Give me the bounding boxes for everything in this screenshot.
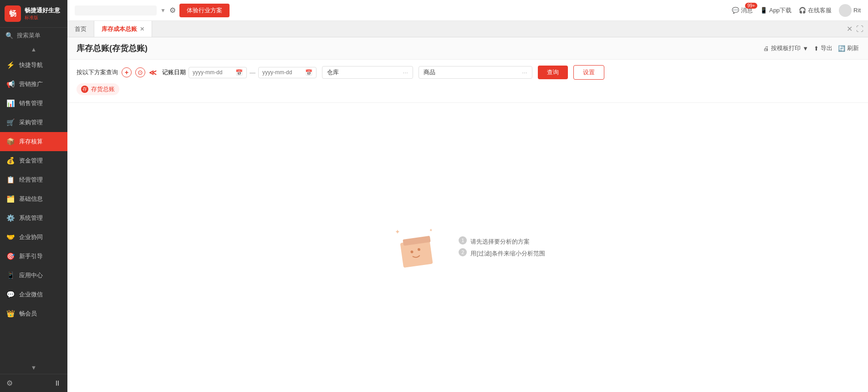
print-template-btn[interactable]: 🖨 按模板打印 ▼	[763, 44, 808, 52]
sidebar-item-basic-info[interactable]: 🗂️ 基础信息	[0, 189, 67, 209]
page-actions: 🖨 按模板打印 ▼ ⬆ 导出 🔄 刷新	[763, 44, 859, 52]
sidebar-item-app-center[interactable]: 📱 应用中心	[0, 266, 67, 285]
search-menu-label: 搜索菜单	[17, 31, 41, 40]
logo-icon: 畅	[5, 5, 21, 22]
search-chevron-icon[interactable]: ▼	[160, 7, 166, 14]
sidebar-item-wechat[interactable]: 💬 企业微信	[0, 285, 67, 304]
tab-home[interactable]: 首页	[67, 21, 94, 37]
warehouse-select[interactable]: 仓库 ···	[322, 66, 413, 79]
warehouse-label: 仓库	[327, 68, 339, 76]
tab-close-icon[interactable]: ✕	[140, 26, 144, 32]
sidebar-item-label: 应用中心	[19, 271, 61, 280]
scheme-row: 存 存货总账	[77, 80, 859, 97]
wechat-icon: 💬	[6, 290, 15, 299]
filter-row-main: 按以下方案查询 + ⊙ ≪ 记账日期 📅 — 📅	[77, 65, 859, 80]
app-download-btn[interactable]: 📱 App下载	[760, 6, 791, 15]
panel-close-icon[interactable]: ✕	[847, 25, 853, 33]
svg-text:✦: ✦	[429, 228, 433, 233]
settings-gear-icon[interactable]: ⚙	[169, 6, 176, 15]
print-chevron-icon: ▼	[802, 45, 808, 52]
app-center-icon: 📱	[6, 271, 15, 280]
search-icon: 🔍	[5, 32, 13, 39]
sidebar-item-label: 新手引导	[19, 252, 61, 260]
app-version: 标准版	[25, 15, 60, 21]
goods-more-icon: ···	[522, 69, 527, 76]
sidebar-item-marketing[interactable]: 📢 营销推广	[0, 75, 67, 94]
sidebar-item-newbie[interactable]: 🎯 新手引导	[0, 247, 67, 266]
operation-icon: 📋	[6, 176, 15, 184]
messages-btn[interactable]: 💬 消息 99+	[732, 6, 753, 15]
scroll-down-btn[interactable]: ▼	[0, 361, 67, 374]
filter-label-group: 按以下方案查询 + ⊙ ≪	[77, 67, 157, 77]
app-logo: 畅 畅捷通好生意 标准版	[0, 0, 67, 28]
scroll-up-btn[interactable]: ▲	[0, 43, 67, 56]
search-menu[interactable]: 🔍 搜索菜单	[0, 28, 67, 43]
basic-info-icon: 🗂️	[6, 195, 15, 203]
sidebar-item-label: 营销推广	[19, 80, 61, 88]
empty-hint-1: 1 请先选择要分析的方案	[459, 236, 545, 248]
sidebar-item-operation[interactable]: 📋 经营管理	[0, 170, 67, 189]
scheme-item-inventory[interactable]: 存 存货总账	[77, 83, 119, 95]
sidebar-item-quick-nav[interactable]: ⚡ 快捷导航	[0, 56, 67, 75]
scheme-icon: 存	[81, 86, 88, 93]
sidebar-item-system[interactable]: ⚙️ 系统管理	[0, 209, 67, 228]
sidebar-item-label: 销售管理	[19, 99, 61, 107]
sidebar-item-label: 经营管理	[19, 176, 61, 184]
global-search[interactable]	[75, 5, 157, 15]
industry-btn[interactable]: 体验行业方案	[179, 4, 230, 17]
system-icon: ⚙️	[6, 214, 15, 222]
sidebar-item-label: 企业协同	[19, 233, 61, 241]
sidebar-item-label: 基础信息	[19, 195, 61, 203]
message-icon: 💬	[732, 7, 739, 14]
finance-icon: 💰	[6, 157, 15, 165]
export-icon: ⬆	[814, 45, 819, 52]
empty-hint-2: 2 用[过滤]条件来缩小分析范围	[459, 248, 545, 260]
query-btn[interactable]: 查询	[538, 66, 568, 79]
filter-clear-btn[interactable]: ⊙	[135, 67, 145, 77]
tab-inventory-cost[interactable]: 库存成本总账 ✕	[94, 21, 152, 37]
top-bar-right: 💬 消息 99+ 📱 App下载 🎧 在线客服 Rit	[732, 4, 861, 17]
headset-icon: 🎧	[799, 7, 806, 14]
sidebar-item-member[interactable]: 👑 畅会员	[0, 304, 67, 323]
filter-collapse-btn[interactable]: ≪	[149, 68, 157, 77]
panel-expand-icon[interactable]: ⛶	[856, 25, 863, 33]
filter-add-btn[interactable]: +	[122, 67, 132, 77]
sidebar-item-sales[interactable]: 📊 销售管理	[0, 94, 67, 113]
refresh-label: 刷新	[847, 44, 859, 52]
top-bar-left: ▼ ⚙ 体验行业方案	[75, 4, 732, 17]
date-start-input[interactable]: 📅	[189, 67, 247, 78]
user-name: Rit	[853, 7, 861, 14]
collapse-icon[interactable]: ⏸	[54, 379, 61, 387]
user-avatar	[839, 4, 852, 17]
calendar-start-icon[interactable]: 📅	[235, 69, 243, 76]
sidebar-item-finance[interactable]: 💰 资金管理	[0, 151, 67, 170]
sidebar-item-enterprise[interactable]: 🤝 企业协同	[0, 228, 67, 247]
goods-label: 商品	[424, 68, 435, 76]
marketing-icon: 📢	[6, 80, 15, 88]
printer-icon: 🖨	[763, 45, 769, 52]
goods-select[interactable]: 商品 ···	[419, 66, 532, 79]
user-avatar-btn[interactable]: Rit	[839, 4, 861, 17]
main-content: ▼ ⚙ 体验行业方案 💬 消息 99+ 📱 App下载 🎧 在线客服 Rit	[67, 0, 868, 392]
global-search-input[interactable]	[79, 7, 134, 14]
page-header: 库存总账(存货总账) 🖨 按模板打印 ▼ ⬆ 导出 🔄 刷新	[67, 37, 868, 60]
settings-icon[interactable]: ⚙	[6, 379, 13, 387]
filter-area: 按以下方案查询 + ⊙ ≪ 记账日期 📅 — 📅	[67, 60, 868, 103]
sales-icon: 📊	[6, 99, 15, 107]
settings-config-btn[interactable]: 设置	[573, 65, 604, 80]
sidebar-item-inventory[interactable]: 📦 库存核算	[0, 132, 67, 151]
tab-home-label: 首页	[75, 25, 87, 33]
refresh-btn[interactable]: 🔄 刷新	[838, 44, 859, 52]
tab-inventory-cost-label: 库存成本总账	[102, 25, 137, 33]
enterprise-icon: 🤝	[6, 233, 15, 241]
purchase-icon: 🛒	[6, 118, 15, 127]
online-service-btn[interactable]: 🎧 在线客服	[799, 6, 832, 15]
date-start-field[interactable]	[193, 69, 234, 76]
app-download-label: App下载	[769, 6, 791, 15]
export-btn[interactable]: ⬆ 导出	[814, 44, 832, 52]
date-end-input[interactable]: 📅	[258, 67, 317, 78]
calendar-end-icon[interactable]: 📅	[305, 69, 312, 76]
app-name: 畅捷通好生意	[25, 6, 60, 15]
sidebar-item-purchase[interactable]: 🛒 采购管理	[0, 113, 67, 132]
date-end-field[interactable]	[262, 69, 303, 76]
